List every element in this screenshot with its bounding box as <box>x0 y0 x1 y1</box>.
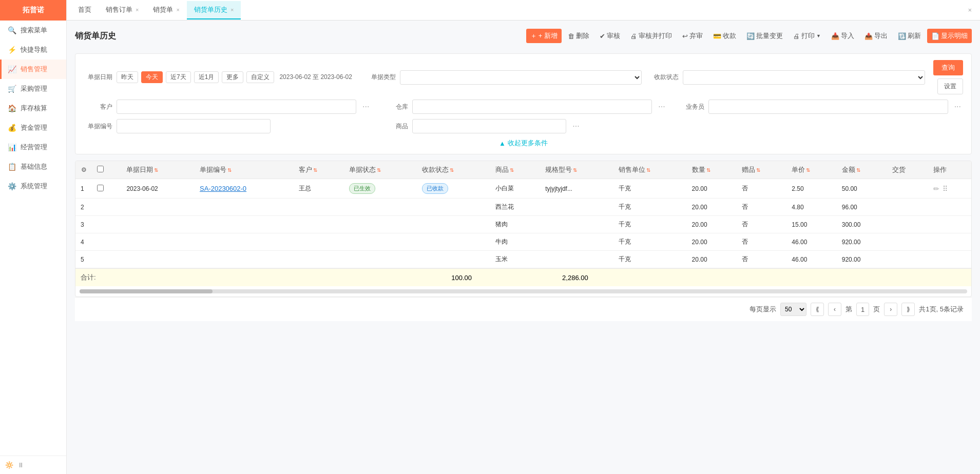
page-label: 第 <box>846 305 852 314</box>
sidebar-item-search-menu[interactable]: 🔍 搜索菜单 <box>0 21 66 40</box>
tab-shipment[interactable]: 销货单 × <box>146 1 186 19</box>
doc-type-select[interactable] <box>400 70 642 85</box>
sidebar-bottom-icon2[interactable]: ⏸ <box>17 461 24 469</box>
salesperson-picker-btn[interactable]: ··· <box>952 102 963 111</box>
add-button[interactable]: ＋ + 新增 <box>526 29 562 43</box>
audit-print-button[interactable]: 🖨 审核并打印 <box>626 29 676 43</box>
product-input[interactable] <box>412 119 566 133</box>
warehouse-input[interactable] <box>412 100 652 114</box>
date-shortcut-7days[interactable]: 近7天 <box>166 71 191 83</box>
table-col-customer[interactable]: 客户⇅ <box>294 161 343 179</box>
table-col-unit[interactable]: 销售单位⇅ <box>613 161 687 179</box>
batch-change-button[interactable]: 🔄 批量变更 <box>742 29 787 43</box>
customer-input[interactable] <box>117 100 356 114</box>
product-picker-btn[interactable]: ··· <box>570 122 581 131</box>
table-body: 1 2023-06-02 SA-20230602-0 王总 已生效 已收款 小白… <box>75 179 971 268</box>
collapse-filter-btn[interactable]: ▲ 收起更多条件 <box>84 139 963 148</box>
sidebar-item-ops-mgmt[interactable]: 📊 经营管理 <box>0 137 66 157</box>
edit-icon[interactable]: ✏ <box>933 185 939 193</box>
delete-button[interactable]: 🗑 删除 <box>564 29 593 43</box>
import-button[interactable]: 📥 导入 <box>827 29 858 43</box>
sidebar-item-inventory-calc[interactable]: 🏠 库存核算 <box>0 98 66 118</box>
first-page-btn[interactable]: ⟪ <box>811 303 824 316</box>
row-checkbox-cell[interactable] <box>92 216 121 233</box>
customer-picker-btn[interactable]: ··· <box>360 102 371 111</box>
row-docno-cell[interactable] <box>195 216 294 233</box>
sidebar-item-funds-mgmt[interactable]: 💰 资金管理 <box>0 118 66 137</box>
table-col-unit-price[interactable]: 单价⇅ <box>786 161 836 179</box>
date-shortcut-yesterday[interactable]: 昨天 <box>117 71 138 83</box>
table-col-docno[interactable]: 单据编号⇅ <box>195 161 294 179</box>
sidebar-item-base-info[interactable]: 📋 基础信息 <box>0 157 66 176</box>
row-checkbox-cell[interactable] <box>92 199 121 216</box>
horizontal-scrollbar[interactable] <box>75 286 971 297</box>
export-button[interactable]: 📤 导出 <box>860 29 892 43</box>
row-docno-cell[interactable] <box>195 233 294 251</box>
audit-button[interactable]: ✔ 审核 <box>595 29 624 43</box>
setting-button[interactable]: 设置 <box>937 78 963 94</box>
table-col-checkbox[interactable] <box>92 161 121 179</box>
doc-no-input[interactable] <box>117 119 271 133</box>
row-checkbox[interactable] <box>97 185 104 191</box>
search-button[interactable]: 查询 <box>933 60 963 75</box>
sidebar-item-sys-mgmt[interactable]: ⚙️ 系统管理 <box>0 176 66 196</box>
doc-no-link[interactable]: SA-20230602-0 <box>200 185 246 192</box>
refresh-button[interactable]: 🔃 刷新 <box>894 29 925 43</box>
row-qty-cell: 20.00 <box>687 251 737 268</box>
row-amount-cell: 50.00 <box>837 179 888 199</box>
sidebar-item-quick-nav[interactable]: ⚡ 快捷导航 <box>0 40 66 60</box>
col-amount-label: 金额 <box>842 166 855 173</box>
row-actions-cell <box>928 251 971 268</box>
row-docno-cell[interactable]: SA-20230602-0 <box>195 179 294 199</box>
table-col-spec[interactable]: 规格型号⇅ <box>540 161 613 179</box>
tab-shipment-history[interactable]: 销货单历史 × <box>187 1 241 19</box>
table-col-amount[interactable]: 金额⇅ <box>837 161 888 179</box>
warehouse-picker-btn[interactable]: ··· <box>656 102 667 111</box>
collect-button[interactable]: 💳 收款 <box>709 29 740 43</box>
date-shortcut-1month[interactable]: 近1月 <box>194 71 219 83</box>
tab-sales-order-close[interactable]: × <box>136 7 139 13</box>
row-amount-cell: 920.00 <box>837 251 888 268</box>
tab-bar: 首页 销售订单 × 销货单 × 销货单历史 × × <box>67 0 980 21</box>
tab-shipment-history-label: 销货单历史 <box>194 5 227 14</box>
row-checkbox-cell[interactable] <box>92 251 121 268</box>
close-all-tabs[interactable]: × <box>964 4 976 16</box>
sidebar-item-sales-mgmt[interactable]: 📈 销售管理 <box>0 60 66 79</box>
search-actions: 查询 设置 <box>933 60 963 94</box>
sidebar-bottom-icon1[interactable]: 🔆 <box>5 461 13 469</box>
prev-page-btn[interactable]: ‹ <box>828 303 841 316</box>
row-docno-cell[interactable] <box>195 251 294 268</box>
table-col-qty[interactable]: 数量⇅ <box>687 161 737 179</box>
discard-icon: ↩ <box>682 32 688 40</box>
tab-sales-order[interactable]: 销售订单 × <box>99 1 146 19</box>
show-detail-button[interactable]: 📄 显示明细 <box>927 29 972 43</box>
table-col-product[interactable]: 商品⇅ <box>490 161 540 179</box>
table-col-date[interactable]: 单据日期⇅ <box>121 161 195 179</box>
table-col-payment-status[interactable]: 收款状态⇅ <box>417 161 490 179</box>
select-all-checkbox[interactable] <box>97 166 104 172</box>
table-col-doc-status[interactable]: 单据状态⇅ <box>344 161 417 179</box>
table-col-gift[interactable]: 赠品⇅ <box>737 161 786 179</box>
print-button[interactable]: 🖨 打印 ▼ <box>789 29 825 43</box>
tab-shipment-close[interactable]: × <box>176 7 179 13</box>
next-page-btn[interactable]: › <box>884 303 897 316</box>
salesperson-input[interactable] <box>708 100 948 114</box>
sidebar-item-purchase-mgmt[interactable]: 🛒 采购管理 <box>0 79 66 98</box>
row-docno-cell[interactable] <box>195 199 294 216</box>
last-page-btn[interactable]: ⟫ <box>901 303 915 316</box>
more-icon[interactable]: ⠿ <box>943 185 948 193</box>
table-gear-cell[interactable]: ⚙ <box>75 161 92 179</box>
discard-button[interactable]: ↩ 弃审 <box>678 29 707 43</box>
row-checkbox-cell[interactable] <box>92 233 121 251</box>
date-shortcut-today[interactable]: 今天 <box>141 71 163 83</box>
per-page-select[interactable]: 50 100 200 <box>780 303 806 316</box>
tab-shipment-history-close[interactable]: × <box>230 7 234 13</box>
row-checkbox-cell[interactable] <box>92 179 121 199</box>
row-customer-cell <box>294 233 343 251</box>
date-shortcut-custom[interactable]: 自定义 <box>246 71 274 83</box>
import-label: 导入 <box>841 31 854 41</box>
date-shortcut-more[interactable]: 更多 <box>222 71 243 83</box>
payment-status-select[interactable] <box>683 70 925 85</box>
home-icon: 🏠 <box>8 104 16 112</box>
tab-home[interactable]: 首页 <box>71 1 99 19</box>
